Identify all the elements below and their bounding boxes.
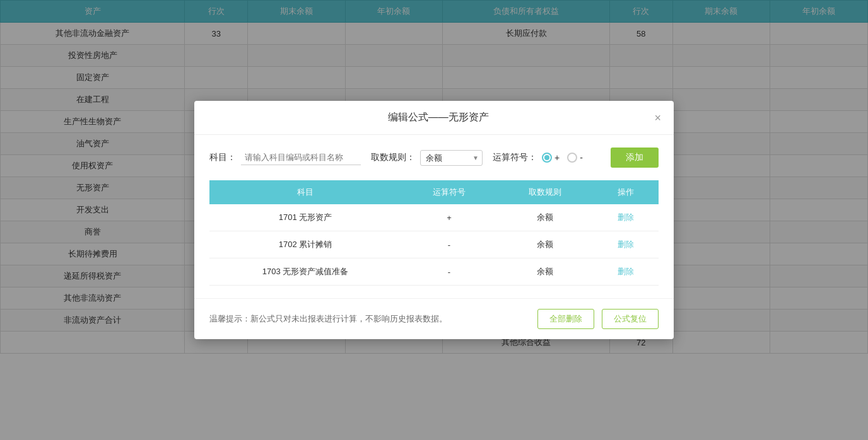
rule-select[interactable]: 余额 借方发生额 贷方发生额 [420,150,483,166]
operator-radio-group: + - [542,153,583,163]
row3-rule: 余额 [497,258,593,286]
row1-operator: + [401,204,497,231]
operator-label: 运算符号： [493,152,537,163]
row1-action: 删除 [592,204,659,231]
reset-formula-button[interactable]: 公式复位 [602,309,659,329]
operator-minus-label: - [580,153,583,163]
formula-table: 科目 运算符号 取数规则 操作 1701 无形资产 + 余额 删除 [209,180,659,286]
footer-buttons: 全部删除 公式复位 [537,309,659,329]
subject-input[interactable] [241,150,361,165]
operator-field: 运算符号： + - [493,152,583,163]
table-header-action: 操作 [592,180,659,204]
row3-operator: - [401,258,497,286]
table-row: 1701 无形资产 + 余额 删除 [209,204,659,231]
modal-title: 编辑公式——无形资产 [222,111,654,124]
rule-select-wrap: 余额 借方发生额 贷方发生额 ▼ [420,150,483,166]
rule-label: 取数规则： [371,152,415,163]
subject-label: 科目： [209,152,236,163]
radio-circle-minus [567,153,577,163]
rule-field: 取数规则： 余额 借方发生额 贷方发生额 ▼ [371,150,483,166]
row1-subject: 1701 无形资产 [209,204,401,231]
delete-all-button[interactable]: 全部删除 [537,309,594,329]
delete-button-1[interactable]: 删除 [618,212,634,223]
row2-subject: 1702 累计摊销 [209,231,401,258]
row1-rule: 余额 [497,204,593,231]
table-header-operator: 运算符号 [401,180,497,204]
add-button[interactable]: 添加 [611,148,659,168]
modal-header: 编辑公式——无形资产 × [194,101,674,135]
row2-operator: - [401,231,497,258]
modal-body: 科目： 取数规则： 余额 借方发生额 贷方发生额 ▼ 运算 [194,135,674,298]
row2-action: 删除 [592,231,659,258]
row2-rule: 余额 [497,231,593,258]
table-row: 1702 累计摊销 - 余额 删除 [209,231,659,258]
table-row: 1703 无形资产减值准备 - 余额 删除 [209,258,659,286]
delete-button-3[interactable]: 删除 [618,266,634,277]
operator-minus-radio[interactable]: - [567,153,583,163]
table-header-subject: 科目 [209,180,401,204]
modal-overlay: 编辑公式——无形资产 × 科目： 取数规则： 余额 借方发生额 [0,0,868,440]
delete-button-2[interactable]: 删除 [618,239,634,250]
modal-dialog: 编辑公式——无形资产 × 科目： 取数规则： 余额 借方发生额 [194,101,674,339]
table-header-rule: 取数规则 [497,180,593,204]
row3-subject: 1703 无形资产减值准备 [209,258,401,286]
radio-circle-plus [542,153,552,163]
subject-field: 科目： [209,150,361,165]
hint-text: 温馨提示：新公式只对未出报表进行计算，不影响历史报表数据。 [209,313,447,325]
modal-footer: 温馨提示：新公式只对未出报表进行计算，不影响历史报表数据。 全部删除 公式复位 [194,298,674,339]
formula-form: 科目： 取数规则： 余额 借方发生额 贷方发生额 ▼ 运算 [209,148,659,168]
operator-plus-label: + [554,153,560,163]
operator-plus-radio[interactable]: + [542,153,560,163]
modal-close-button[interactable]: × [654,112,661,124]
row3-action: 删除 [592,258,659,286]
